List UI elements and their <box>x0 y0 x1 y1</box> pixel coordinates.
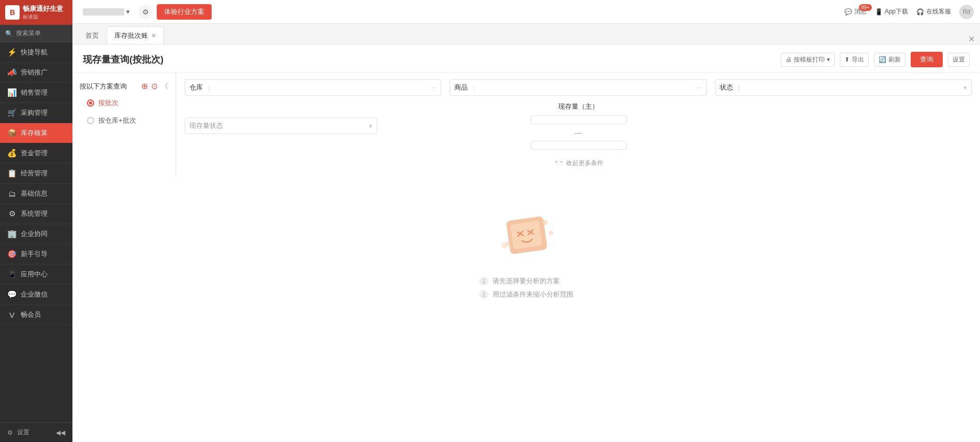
product-more-icon[interactable]: ··· <box>697 84 702 91</box>
inventory-qty-to-input[interactable] <box>535 141 622 149</box>
topbar-right: 💬 消息 99+ 📱 App下载 🎧 在线客服 Rit <box>844 5 974 19</box>
page-header: 现存量查询(按批次) 🖨 按模板打印 ▾ ⬆ 导出 🔄 刷新 查询 <box>72 45 980 73</box>
inventory-status-select-wrap[interactable]: 现存量状态 ▾ <box>185 117 377 134</box>
product-input-wrap[interactable]: 商品 | ··· <box>450 79 706 96</box>
tab-home[interactable]: 首页 <box>78 26 107 44</box>
settings-gear-button[interactable]: ⚙ <box>138 5 153 19</box>
sidebar-item-label: 系统管理 <box>21 209 48 218</box>
scheme-header-label: 按以下方案查询 <box>80 82 127 91</box>
wechat-icon: 💬 <box>7 290 17 299</box>
scheme-add-button[interactable]: ⊕ <box>141 81 148 91</box>
sidebar-item-label: 采购管理 <box>21 108 48 117</box>
refresh-button[interactable]: 🔄 刷新 <box>874 53 905 67</box>
member-icon: V <box>7 311 17 319</box>
sidebar-item-label: 企业协同 <box>21 229 48 239</box>
inventory-qty-from-input[interactable] <box>535 116 622 124</box>
sidebar-item-label: 经营管理 <box>21 169 48 178</box>
sidebar-item-enterprise[interactable]: 🏢 企业协同 <box>0 224 72 244</box>
sidebar-item-member[interactable]: V 畅会员 <box>0 305 72 325</box>
tip-num-2: 2 <box>479 290 488 299</box>
inventory-qty-to-wrap[interactable] <box>530 141 627 150</box>
sidebar-item-newuser[interactable]: 🎯 新手引导 <box>0 244 72 264</box>
filter-row-2: 现存量状态 ▾ 现存量（主） — <box>185 102 972 150</box>
sidebar-item-label: 营销推广 <box>21 68 48 77</box>
svg-point-8 <box>549 231 553 235</box>
query-button[interactable]: 查询 <box>911 52 943 67</box>
user-profile-button[interactable]: Rit <box>959 5 974 19</box>
sidebar-item-basic[interactable]: 🗂 基础信息 <box>0 184 72 204</box>
quick-nav-icon: ⚡ <box>7 48 17 57</box>
gear-icon: ⚙ <box>142 8 149 16</box>
app-download-button[interactable]: 📱 App下载 <box>875 7 908 16</box>
scheme-panel: 按以下方案查询 ⊕ ⊙ 《 按批次 按仓库+批次 <box>72 73 176 177</box>
sidebar-item-system[interactable]: ⚙ 系统管理 <box>0 204 72 224</box>
sidebar-item-finance[interactable]: 💰 资金管理 <box>0 143 72 164</box>
warehouse-input-wrap[interactable]: 仓库 | ··· <box>185 79 441 96</box>
sidebar-item-purchase[interactable]: 🛒 采购管理 <box>0 103 72 123</box>
sidebar-item-wechat[interactable]: 💬 企业微信 <box>0 285 72 305</box>
sidebar-item-label: 快捷导航 <box>21 48 48 57</box>
sidebar-item-sales[interactable]: 📊 销售管理 <box>0 83 72 103</box>
svg-point-7 <box>542 220 547 225</box>
export-button[interactable]: ⬆ 导出 <box>840 53 869 67</box>
tab-inventory-batch-label: 库存批次账 <box>114 31 148 40</box>
collapse-conditions-button[interactable]: ⌃⌃ 收起更多条件 <box>185 156 972 171</box>
status-label: 状态 <box>720 83 733 92</box>
topbar: ▾ ⚙ 体验行业方案 💬 消息 99+ 📱 App下载 🎧 在线客服 <box>72 0 980 24</box>
sidebar-item-marketing[interactable]: 📣 营销推广 <box>0 63 72 83</box>
scheme-settings-button[interactable]: ⊙ <box>151 81 158 91</box>
sidebar-item-operations[interactable]: 📋 经营管理 <box>0 164 72 184</box>
sidebar-item-apps[interactable]: 📱 应用中心 <box>0 264 72 285</box>
sidebar-item-label: 资金管理 <box>21 149 48 158</box>
sidebar-item-label: 销售管理 <box>21 88 48 97</box>
online-service-label: 在线客服 <box>926 7 951 16</box>
scheme-item-by-batch[interactable]: 按批次 <box>72 94 175 112</box>
scheme-collapse-button[interactable]: 《 <box>161 82 168 91</box>
finance-icon: 💰 <box>7 149 17 158</box>
warehouse-input[interactable] <box>215 84 428 92</box>
field-settings-button[interactable]: 设置 <box>948 53 970 67</box>
filter-row-1: 仓库 | ··· 商品 | ··· <box>185 79 972 96</box>
inventory-status-field: 现存量状态 ▾ <box>185 117 377 134</box>
toggle-sidebar-icon[interactable]: ◀◀ <box>56 429 65 436</box>
tab-home-label: 首页 <box>85 31 99 40</box>
warehouse-more-icon[interactable]: ··· <box>432 84 437 91</box>
basic-icon: 🗂 <box>7 189 17 198</box>
empty-tip-2: 2 用过滤条件来缩小分析范围 <box>479 290 573 299</box>
online-service-button[interactable]: 🎧 在线客服 <box>916 7 951 16</box>
empty-state: 1 请先选择要分析的方案 2 用过滤条件来缩小分析范围 <box>72 177 980 330</box>
inventory-qty-field: 现存量（主） — <box>385 102 771 150</box>
search-icon: 🔍 <box>5 30 13 37</box>
page-close-button[interactable]: ✕ <box>968 34 975 44</box>
marketing-icon: 📣 <box>7 68 17 77</box>
page-actions: 🖨 按模板打印 ▾ ⬆ 导出 🔄 刷新 查询 设置 <box>781 52 970 67</box>
print-button[interactable]: 🖨 按模板打印 ▾ <box>781 53 835 67</box>
app-version: 标准版 <box>23 13 63 21</box>
scheme-radio-by-batch <box>87 99 94 107</box>
sidebar-search[interactable]: 🔍 搜索菜单 <box>0 25 72 42</box>
service-icon: 🎧 <box>916 8 924 16</box>
experience-button[interactable]: 体验行业方案 <box>157 4 212 20</box>
warehouse-label: 仓库 <box>189 83 203 92</box>
sidebar-item-quick-nav[interactable]: ⚡ 快捷导航 <box>0 42 72 63</box>
inventory-qty-label: 现存量（主） <box>558 102 599 111</box>
messages-badge: 99+ <box>859 4 872 11</box>
topbar-dropdown[interactable]: ▾ <box>79 6 134 18</box>
filter-form: 仓库 | ··· 商品 | ··· <box>176 73 980 177</box>
sidebar-footer-settings[interactable]: ⚙ 设置 ◀◀ <box>0 422 72 442</box>
empty-tip-1: 1 请先选择要分析的方案 <box>479 276 573 286</box>
scheme-item-by-warehouse-batch[interactable]: 按仓库+批次 <box>72 112 175 129</box>
inventory-qty-from-wrap[interactable] <box>530 115 627 124</box>
status-select-wrap[interactable]: 状态 | ▾ <box>715 79 972 96</box>
sidebar-item-inventory[interactable]: 📦 库存核算 <box>0 123 72 143</box>
tip-text-1: 请先选择要分析的方案 <box>493 276 560 286</box>
app-download-label: App下载 <box>885 7 908 16</box>
product-input[interactable] <box>480 84 694 92</box>
empty-tips: 1 请先选择要分析的方案 2 用过滤条件来缩小分析范围 <box>479 276 573 299</box>
tab-close-icon[interactable]: ✕ <box>151 32 156 39</box>
filter-panel: 按以下方案查询 ⊕ ⊙ 《 按批次 按仓库+批次 <box>72 73 980 177</box>
inventory-icon: 📦 <box>7 128 17 138</box>
tab-inventory-batch[interactable]: 库存批次账 ✕ <box>107 26 164 44</box>
messages-button[interactable]: 💬 消息 99+ <box>844 7 867 16</box>
purchase-icon: 🛒 <box>7 108 17 117</box>
